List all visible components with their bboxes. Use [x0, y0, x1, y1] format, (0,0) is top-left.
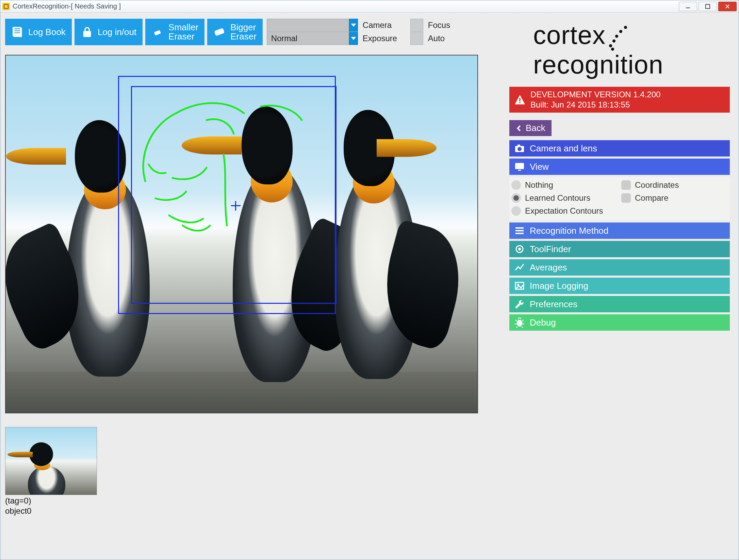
averages-label: Averages — [530, 262, 567, 273]
view-button[interactable]: View — [509, 159, 730, 175]
camera-lens-button[interactable]: Camera and lens — [509, 140, 730, 157]
svg-rect-1 — [706, 4, 710, 9]
camera-settings: Camera Focus Normal Exposure Auto — [267, 19, 463, 45]
svg-point-16 — [518, 248, 521, 250]
radio-icon — [511, 206, 521, 216]
object-thumbnail[interactable] — [5, 427, 97, 495]
log-book-button[interactable]: Log Book — [5, 19, 72, 45]
svg-rect-4 — [214, 28, 224, 36]
logo-dots-icon — [609, 25, 627, 50]
recognition-label: Recognition Method — [530, 226, 608, 236]
svg-rect-14 — [515, 233, 524, 234]
toolfinder-label: ToolFinder — [530, 244, 571, 254]
view-label: View — [530, 162, 549, 172]
svg-rect-10 — [515, 163, 524, 169]
image-icon — [514, 280, 525, 291]
minimize-button[interactable] — [679, 2, 697, 11]
monitor-icon — [514, 161, 525, 172]
camera-select-arrow[interactable] — [349, 19, 358, 32]
chevron-left-icon — [515, 125, 523, 132]
thumb-caption-name: object0 — [5, 506, 505, 516]
view-option-coordinates[interactable]: Coordinates — [621, 180, 728, 190]
smaller-eraser-l1: Smaller — [168, 23, 198, 32]
svg-rect-5 — [519, 98, 520, 102]
alert-line2: Built: Jun 24 2015 18:13:55 — [530, 100, 660, 110]
eraser-small-icon — [151, 26, 164, 38]
focus-box[interactable] — [410, 19, 423, 32]
app-icon — [2, 3, 10, 10]
version-alert: DEVELOPMENT VERSION 1.4.200 Built: Jun 2… — [509, 87, 730, 113]
svg-rect-12 — [515, 227, 524, 229]
radio-selected-icon — [511, 193, 521, 203]
camera-lens-label: Camera and lens — [530, 143, 597, 154]
checkbox-icon — [621, 193, 631, 203]
view-option-learned[interactable]: Learned Contours — [511, 193, 618, 203]
camera-select-field[interactable] — [267, 19, 349, 32]
logo-word1: cortex — [533, 20, 606, 50]
logo-word2: recognition — [533, 50, 663, 79]
debug-button[interactable]: Debug — [509, 314, 730, 331]
svg-point-19 — [517, 320, 522, 327]
view-options: Nothing Coordinates Learned Contours Com… — [509, 177, 730, 220]
titlebar: CortexRecognition-[ Needs Saving ] — [0, 0, 739, 13]
toolfinder-button[interactable]: ToolFinder — [509, 241, 730, 257]
smaller-eraser-l2: Eraser — [168, 32, 198, 41]
target-icon — [514, 244, 525, 254]
toolbar: Log Book Log in/out Smaller Eraser — [5, 19, 505, 45]
window-title: CortexRecognition-[ Needs Saving ] — [13, 2, 121, 10]
list-icon — [514, 225, 525, 236]
thumb-caption-tag: (tag=0) — [5, 496, 505, 506]
svg-point-8 — [518, 147, 522, 151]
brand-logo: cortex recognition — [509, 20, 730, 79]
preferences-button[interactable]: Preferences — [509, 296, 730, 312]
camera-icon — [514, 143, 525, 154]
smaller-eraser-button[interactable]: Smaller Eraser — [145, 19, 204, 45]
camera-label: Camera — [358, 19, 409, 32]
checkbox-icon — [621, 180, 631, 190]
exposure-label: Exposure — [358, 32, 409, 45]
wrench-icon — [514, 299, 525, 310]
view-option-nothing[interactable]: Nothing — [511, 180, 618, 190]
back-button[interactable]: Back — [509, 120, 552, 136]
alert-line1: DEVELOPMENT VERSION 1.4.200 — [530, 89, 660, 100]
log-book-label: Log Book — [28, 27, 66, 37]
log-in-out-label: Log in/out — [98, 27, 136, 37]
auto-box[interactable] — [410, 32, 423, 45]
maximize-button[interactable] — [699, 2, 717, 11]
image-viewport[interactable] — [5, 55, 478, 413]
chart-line-icon — [514, 262, 525, 273]
warning-icon — [514, 94, 526, 105]
averages-button[interactable]: Averages — [509, 259, 730, 276]
bigger-eraser-l2: Eraser — [230, 32, 257, 41]
svg-rect-0 — [686, 7, 690, 8]
thumbnail-area: (tag=0) object0 — [5, 427, 505, 516]
bug-icon — [514, 317, 525, 328]
close-button[interactable] — [718, 2, 737, 11]
bigger-eraser-l1: Bigger — [230, 23, 257, 32]
back-label: Back — [526, 123, 545, 133]
image-logging-button[interactable]: Image Logging — [509, 278, 730, 294]
book-icon — [11, 26, 24, 38]
bigger-eraser-button[interactable]: Bigger Eraser — [207, 19, 263, 45]
image-logging-label: Image Logging — [530, 281, 588, 291]
view-option-expectation[interactable]: Expectation Contours — [511, 206, 728, 216]
exposure-select-field[interactable]: Normal — [267, 32, 349, 45]
svg-rect-3 — [154, 30, 161, 35]
crosshair-icon — [231, 201, 241, 211]
radio-icon — [511, 180, 521, 190]
eraser-big-icon — [213, 26, 226, 38]
preferences-label: Preferences — [530, 299, 577, 310]
focus-label: Focus — [423, 19, 463, 32]
view-option-compare[interactable]: Compare — [621, 193, 728, 203]
svg-rect-13 — [515, 230, 524, 231]
svg-rect-6 — [519, 102, 520, 103]
svg-rect-11 — [518, 170, 521, 171]
recognition-method-button[interactable]: Recognition Method — [509, 223, 730, 239]
exposure-select-arrow[interactable] — [349, 32, 358, 45]
debug-label: Debug — [530, 317, 556, 328]
lock-icon — [81, 26, 94, 38]
window-controls — [679, 2, 737, 11]
svg-rect-9 — [518, 145, 520, 146]
selection-rect-inner — [131, 86, 336, 304]
log-in-out-button[interactable]: Log in/out — [75, 19, 143, 45]
